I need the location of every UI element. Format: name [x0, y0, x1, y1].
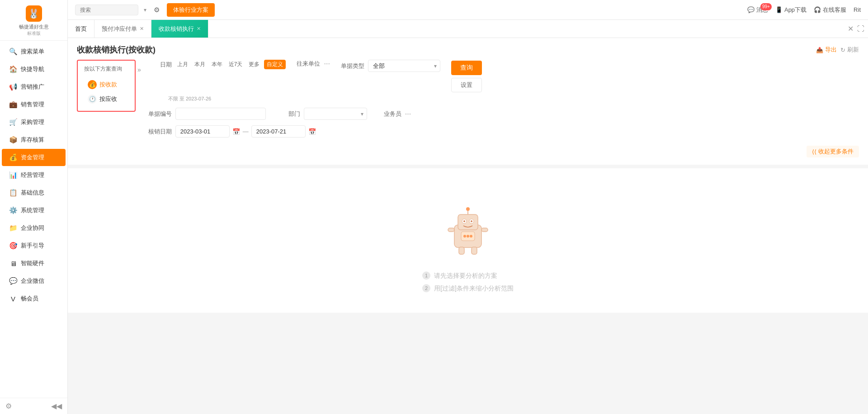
sidebar-item-basic-info[interactable]: 📋 基础信息 — [2, 184, 66, 201]
search-input[interactable] — [75, 5, 138, 15]
sidebar-item-search-menu[interactable]: 🔍 搜索菜单 — [2, 43, 66, 60]
partner-dots-button[interactable]: ··· — [324, 60, 330, 68]
dept-select[interactable] — [304, 108, 367, 120]
sidebar-item-purchase[interactable]: 🛒 采购管理 — [2, 114, 66, 131]
sidebar-icon-finance: 💰 — [9, 153, 17, 162]
filter-by-receivable[interactable]: 🕐 按应收 — [84, 92, 128, 106]
date-quick-buttons: 上月 本月 本年 近7天 更多 自定义 — [175, 60, 286, 69]
sidebar-label-guide: 新手引导 — [21, 242, 44, 250]
collapse-icon: ⟨⟨ — [812, 148, 816, 155]
voucher-type-label: 单据类型 — [341, 62, 364, 70]
sidebar-label-purchase: 采购管理 — [21, 118, 44, 126]
empty-tip-2: 2 用[过滤]条件来缩小分析范围 — [422, 282, 514, 295]
messages-button[interactable]: 💬 消息 99+ — [747, 6, 768, 14]
writeoff-date-start-calendar-icon[interactable]: 📅 — [232, 128, 240, 135]
filter-section: 按以下方案查询 💰 按收款 🕐 按应收 » — [68, 60, 868, 165]
sidebar-label-member: 畅会员 — [21, 295, 38, 303]
settings-bottom-icon[interactable]: ⚙ — [5, 402, 12, 410]
sidebar-item-finance[interactable]: 💰 资金管理 — [2, 149, 66, 166]
sidebar-item-system[interactable]: ⚙️ 系统管理 — [2, 202, 66, 219]
sidebar-label-finance: 资金管理 — [21, 153, 44, 162]
tab-collection-writeoff-close[interactable]: ✕ — [197, 26, 201, 32]
messages-badge: 99+ — [760, 3, 772, 10]
sidebar-icon-sales: 💼 — [9, 100, 17, 109]
tab-close-all-icon[interactable]: ✕ — [848, 24, 854, 33]
sidebar-item-quick-nav[interactable]: 🏠 快捷导航 — [2, 61, 66, 78]
tab-prepayment-close[interactable]: ✕ — [140, 26, 144, 32]
sidebar-icon-search-menu: 🔍 — [9, 48, 17, 56]
voucher-no-row: 单据编号 部门 — [148, 108, 859, 120]
sidebar-icon-operations: 📊 — [9, 171, 17, 179]
export-icon: 📤 — [816, 47, 823, 53]
tab-bar-actions: ✕ ⛶ — [848, 24, 868, 33]
filter-collapse-icon[interactable]: » — [137, 66, 141, 73]
voucher-no-label: 单据编号 — [148, 110, 172, 118]
tab-collection-writeoff[interactable]: 收款核销执行 ✕ — [151, 20, 208, 38]
refresh-button[interactable]: ↻ 刷新 — [840, 46, 859, 54]
sidebar-icon-basic-info: 📋 — [9, 189, 17, 197]
sidebar-label-enterprise: 企业协同 — [21, 224, 44, 232]
sidebar-item-sales[interactable]: 💼 销售管理 — [2, 96, 66, 113]
svg-point-7 — [466, 207, 470, 211]
tip-num-1: 1 — [422, 271, 430, 280]
svg-point-14 — [467, 235, 469, 238]
date-btn-this-month[interactable]: 本月 — [193, 60, 207, 69]
employee-dots-button[interactable]: ··· — [405, 110, 411, 118]
sidebar-item-enterprise[interactable]: 📁 企业协同 — [2, 219, 66, 237]
svg-point-15 — [470, 235, 472, 238]
date-btn-this-year[interactable]: 本年 — [210, 60, 224, 69]
voucher-type-filter-group: 单据类型 全部 收款单 付款单 — [341, 60, 440, 72]
tab-collection-writeoff-label: 收款核销执行 — [159, 25, 194, 33]
tab-home[interactable]: 首页 — [68, 20, 94, 38]
empty-tips: 1 请先选择要分析的方案 2 用[过滤]条件来缩小分析范围 — [422, 269, 514, 295]
date-btn-last-month[interactable]: 上月 — [175, 60, 190, 69]
mobile-icon: 📱 — [775, 6, 783, 13]
date-btn-more[interactable]: 更多 — [247, 60, 261, 69]
sidebar-icon-enterprise: 📁 — [9, 224, 17, 232]
industry-solution-button[interactable]: 体验行业方案 — [167, 3, 215, 17]
collapse-more-conditions-button[interactable]: ⟨⟨ 收起更多条件 — [807, 146, 859, 157]
sidebar-item-marketing[interactable]: 📢 营销推广 — [2, 78, 66, 95]
date-range-separator: — — [243, 128, 249, 135]
voucher-type-select[interactable]: 全部 收款单 付款单 — [368, 60, 440, 72]
sidebar-label-quick-nav: 快捷导航 — [21, 65, 44, 73]
writeoff-date-label: 核销日期 — [148, 128, 172, 136]
sidebar-icon-system: ⚙️ — [9, 206, 17, 214]
sidebar-icon-wechat: 💬 — [9, 277, 17, 285]
collapse-sidebar-icon[interactable]: ◀◀ — [51, 402, 62, 410]
settings-button[interactable]: 设置 — [451, 78, 482, 92]
tab-maximize-icon[interactable]: ⛶ — [857, 25, 864, 33]
sidebar-item-guide[interactable]: 🎯 新手引导 — [2, 237, 66, 254]
sidebar-icon-inventory: 📦 — [9, 136, 17, 144]
headset-icon: 🎧 — [814, 6, 821, 13]
tab-home-label: 首页 — [75, 25, 87, 33]
date-btn-custom[interactable]: 自定义 — [264, 60, 286, 69]
writeoff-date-start-input[interactable] — [175, 125, 230, 138]
user-profile[interactable]: Rit — [854, 6, 861, 13]
sidebar-item-inventory[interactable]: 📦 库存核算 — [2, 131, 66, 148]
writeoff-date-end-input[interactable] — [251, 125, 306, 138]
voucher-no-input[interactable] — [175, 108, 266, 120]
settings-icon[interactable]: ⚙ — [154, 6, 160, 14]
filter-options-panel: 按以下方案查询 💰 按收款 🕐 按应收 — [77, 60, 136, 112]
date-btn-7days[interactable]: 近7天 — [227, 60, 245, 69]
filter-rows: 日期 上月 本月 本年 近7天 更多 自定义 — [148, 60, 859, 157]
date-label: 日期 — [148, 61, 172, 69]
app-download-button[interactable]: 📱 App下载 — [775, 6, 807, 14]
writeoff-date-end-calendar-icon[interactable]: 📅 — [308, 128, 316, 135]
top-header: ▾ ⚙ 体验行业方案 💬 消息 99+ 📱 App下载 🎧 在线客服 Rit — [68, 0, 868, 20]
sidebar-item-member[interactable]: V 畅会员 — [2, 290, 66, 307]
voucher-type-select-wrapper: 全部 收款单 付款单 — [368, 60, 440, 72]
search-chevron-icon[interactable]: ▾ — [144, 7, 146, 13]
online-service-button[interactable]: 🎧 在线客服 — [814, 6, 846, 14]
export-button[interactable]: 📤 导出 — [816, 46, 837, 54]
filter-by-collection[interactable]: 💰 按收款 — [84, 77, 128, 92]
sidebar-label-hardware: 智能硬件 — [21, 259, 44, 267]
sidebar-item-wechat[interactable]: 💬 企业微信 — [2, 272, 66, 290]
page-title-bar: 收款核销执行(按收款) 📤 导出 ↻ 刷新 — [68, 38, 868, 60]
tab-prepayment[interactable]: 预付冲应付单 ✕ — [94, 20, 151, 38]
sidebar-item-hardware[interactable]: 🖥 智能硬件 — [2, 255, 66, 272]
query-button[interactable]: 查询 — [451, 61, 482, 75]
sidebar-item-operations[interactable]: 📊 经营管理 — [2, 167, 66, 184]
tip-2-text: 用[过滤]条件来缩小分析范围 — [434, 282, 514, 295]
